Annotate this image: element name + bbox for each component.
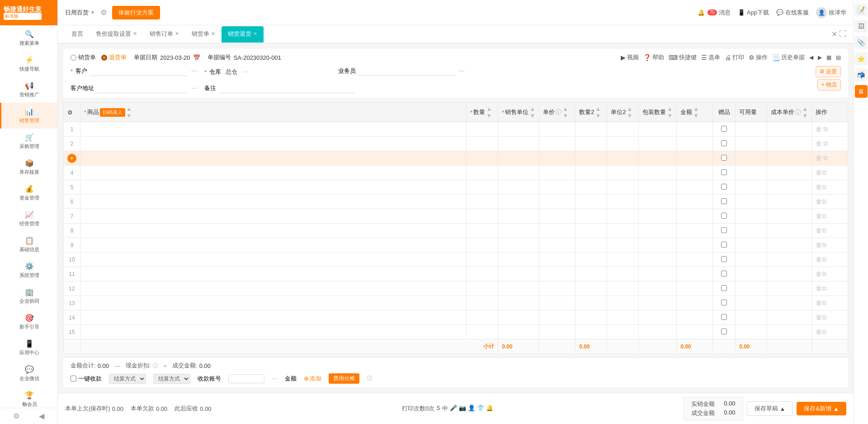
unit-price-info-icon[interactable]: ⓘ xyxy=(556,108,561,116)
quantity-cell[interactable] xyxy=(467,137,498,151)
copy-row-icon[interactable]: ⧉ xyxy=(822,285,826,292)
customer-select-icon[interactable]: ··· xyxy=(191,67,197,75)
tab-price-setting[interactable]: 售价提取设置 ✕ xyxy=(90,26,143,43)
gift-checkbox[interactable] xyxy=(721,227,727,233)
amount-cell[interactable] xyxy=(677,137,713,151)
sort-arrows-unit[interactable]: ▲▼ xyxy=(529,105,535,119)
copy-row-icon-add[interactable]: ⧉ xyxy=(823,154,828,162)
sort-arrows-cost[interactable]: ▲▼ xyxy=(802,105,808,119)
add-logistics-button[interactable]: + 物流 xyxy=(817,79,841,91)
gift-checkbox[interactable] xyxy=(721,126,727,132)
gift-checkbox[interactable] xyxy=(721,285,727,291)
sidebar-item-purchase[interactable]: 🛒 采购管理 xyxy=(0,129,57,154)
one-click-payment[interactable]: 一键收款 xyxy=(71,375,102,383)
sidebar-item-basic[interactable]: 📋 基础信息 xyxy=(0,232,57,257)
qty2-cell-add[interactable] xyxy=(576,151,607,166)
gift-checkbox[interactable] xyxy=(721,198,727,204)
pack-qty-cell[interactable] xyxy=(639,137,677,151)
unit2-cell[interactable] xyxy=(607,137,639,151)
delete-row-icon[interactable]: 🗑 xyxy=(816,183,822,191)
sidebar-item-member[interactable]: 🏆 畅会员 xyxy=(0,386,57,408)
delete-row-icon[interactable]: 🗑 xyxy=(816,198,822,205)
payment-method-select[interactable]: 结算方式 xyxy=(109,374,146,384)
sidebar-item-wechat[interactable]: 💬 企业微信 xyxy=(0,361,57,386)
delete-row-icon[interactable]: 🗑 xyxy=(816,212,822,219)
gift-checkbox[interactable] xyxy=(721,184,727,190)
calculate-method-select[interactable]: 结算方式 xyxy=(153,374,190,384)
online-service-group[interactable]: 💬 在线客服 xyxy=(776,9,809,17)
dropdown-arrow-icon[interactable]: ▲ xyxy=(780,405,786,412)
account-select-icon[interactable]: ··· xyxy=(272,375,278,383)
price-cell[interactable] xyxy=(539,137,576,151)
tab-price-setting-close[interactable]: ✕ xyxy=(133,31,137,37)
address-input[interactable] xyxy=(97,83,189,93)
sidebar-item-inventory[interactable]: 📦 库存核算 xyxy=(0,154,57,180)
shortcut-btn[interactable]: ⌨ 快捷键 xyxy=(669,53,697,62)
unit2-cell-add[interactable] xyxy=(607,151,639,166)
price-cell[interactable] xyxy=(539,122,576,137)
copy-row-icon[interactable]: ⧉ xyxy=(822,227,826,234)
copy-row-icon[interactable]: ⧉ xyxy=(822,183,826,191)
radio-return-label[interactable]: 退货单 xyxy=(101,53,127,62)
sidebar-item-operations[interactable]: 📈 经营管理 xyxy=(0,206,57,232)
select-btn[interactable]: ☰ 选单 xyxy=(701,53,720,62)
calendar-icon[interactable]: 📅 xyxy=(193,54,200,61)
tab-sales-order-close[interactable]: ✕ xyxy=(175,31,179,37)
address-select-icon[interactable]: ··· xyxy=(191,84,197,92)
sort-arrows-price[interactable]: ▲▼ xyxy=(562,105,568,119)
delete-row-icon[interactable]: 🗑 xyxy=(816,299,822,306)
tshirt-icon[interactable]: 👕 xyxy=(477,405,484,413)
copy-row-icon[interactable]: ⧉ xyxy=(822,270,826,277)
delete-row-icon[interactable]: 🗑 xyxy=(816,241,822,248)
customer-input[interactable] xyxy=(90,66,189,76)
save-new-button[interactable]: 保存&新增 ▲ xyxy=(797,402,846,415)
one-click-payment-checkbox[interactable] xyxy=(71,376,76,381)
sidebar-item-sales[interactable]: 📊 销售管理 xyxy=(0,103,57,129)
experience-button[interactable]: 体验行业方案 xyxy=(112,6,160,19)
unit-cell[interactable] xyxy=(498,137,539,151)
operate-btn[interactable]: ⚙ 操作 xyxy=(749,53,768,62)
copy-row-icon[interactable]: ⧉ xyxy=(822,299,826,306)
unit-cell-add[interactable] xyxy=(498,151,539,166)
copy-row-icon[interactable]: ⧉ xyxy=(823,140,828,147)
delete-row-icon[interactable]: 🗑 xyxy=(816,169,822,176)
gift-cell[interactable] xyxy=(713,122,736,137)
gift-checkbox[interactable] xyxy=(721,329,727,334)
gift-checkbox[interactable] xyxy=(721,169,727,175)
product-cell[interactable] xyxy=(80,122,467,137)
account-input[interactable] xyxy=(228,374,264,383)
tab-sales-return[interactable]: 销货退货 ✕ xyxy=(222,26,264,43)
settings-bottom-icon[interactable]: ⚙ xyxy=(13,412,19,420)
sidebar-item-search[interactable]: 🔍 搜索菜单 xyxy=(0,25,57,51)
pack-qty-cell-add[interactable] xyxy=(639,151,677,166)
prev-record-btn[interactable]: ◀ xyxy=(809,54,813,61)
user-profile[interactable]: 👤 徐泽华 xyxy=(816,7,846,18)
tab-home[interactable]: 首页 xyxy=(65,26,90,43)
copy-row-icon[interactable]: ⧉ xyxy=(823,125,828,133)
tab-sales-delivery-close[interactable]: ✕ xyxy=(211,31,215,37)
close-all-icon[interactable]: ✕ xyxy=(831,30,837,38)
quantity-cell[interactable] xyxy=(467,122,498,137)
pack-qty-cell[interactable] xyxy=(639,122,677,137)
person-icon[interactable]: 👤 xyxy=(468,405,475,413)
fee-split-button[interactable]: 费用分摊 xyxy=(329,373,359,384)
delete-row-icon-add[interactable]: 🗑 xyxy=(816,154,822,162)
fee-split-info-icon[interactable]: ⓘ xyxy=(367,375,372,382)
amount-cell[interactable] xyxy=(677,122,713,137)
copy-row-icon[interactable]: ⧉ xyxy=(822,169,826,176)
copy-row-icon[interactable]: ⧉ xyxy=(822,198,826,205)
mini-btn-attach[interactable]: 📎 xyxy=(855,36,868,49)
c-icon[interactable]: 中 xyxy=(442,405,448,413)
unit-cell[interactable] xyxy=(498,122,539,137)
cost-unit-info-icon[interactable]: ⓘ xyxy=(795,108,801,116)
remark-input[interactable] xyxy=(219,83,354,93)
product-cell[interactable] xyxy=(80,137,467,151)
copy-row-icon[interactable]: ⧉ xyxy=(822,328,826,335)
sidebar-item-shortcut[interactable]: ⚡ 快捷导航 xyxy=(0,51,57,77)
tab-sales-delivery[interactable]: 销货单 ✕ xyxy=(185,26,222,43)
unit2-cell[interactable] xyxy=(607,122,639,137)
discount-info-icon[interactable]: ⓘ xyxy=(153,362,158,370)
gift-cell-add[interactable] xyxy=(713,151,736,166)
delete-row-icon[interactable]: 🗑 xyxy=(816,270,822,277)
warehouse-select-icon[interactable]: ··· xyxy=(242,68,248,76)
